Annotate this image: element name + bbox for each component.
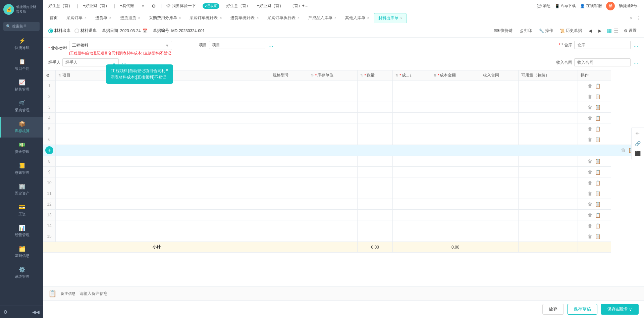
sidebar-item-base-info[interactable]: 🗂️ 基础信息: [0, 242, 43, 262]
cell-quantity[interactable]: [358, 210, 393, 220]
tab-purchase-expense[interactable]: 采购费用分摊单 ×: [145, 13, 185, 23]
delete-row-btn[interactable]: 🗑: [587, 201, 593, 208]
tab-close-material-outbound[interactable]: ×: [400, 16, 402, 20]
right-panel-link-icon[interactable]: 🔗: [633, 139, 642, 148]
cell-cost[interactable]: [393, 188, 431, 199]
copy-row-btn[interactable]: 📋: [594, 93, 601, 100]
tab-purchase-stats[interactable]: 采购订单统计表 ×: [185, 13, 226, 23]
save-new-btn[interactable]: 保存&新增 ∨: [601, 304, 639, 315]
cell-income-contract[interactable]: [480, 188, 518, 199]
cell-income-contract[interactable]: [480, 81, 518, 91]
delete-row-btn[interactable]: 🗑: [587, 93, 593, 100]
cell-unit[interactable]: [308, 199, 358, 210]
tab-close-other-inbound[interactable]: ×: [367, 16, 369, 20]
tab-close-product-inbound[interactable]: ×: [334, 16, 336, 20]
cell-cost-amount[interactable]: [431, 199, 480, 210]
cell-cost-amount[interactable]: [431, 81, 480, 91]
cell-cost[interactable]: [393, 113, 431, 123]
cost-info-icon[interactable]: ℹ: [410, 73, 412, 78]
cell-cost-amount[interactable]: [431, 220, 480, 231]
copy-row-btn[interactable]: 📋: [594, 158, 601, 165]
right-panel-edit-icon[interactable]: ✏: [633, 129, 642, 138]
delete-row-btn[interactable]: 🗑: [587, 125, 593, 132]
cell-available[interactable]: [518, 134, 578, 145]
sidebar-item-purchase[interactable]: 🛒 采购管理: [0, 96, 43, 117]
cell-unit[interactable]: [308, 156, 358, 167]
cell-quantity[interactable]: [358, 113, 393, 123]
sidebar-item-payroll[interactable]: 💳 工资: [0, 200, 43, 221]
topbar-good-biz2[interactable]: 好生意（首）: [224, 2, 252, 9]
cell-project[interactable]: [56, 177, 163, 188]
cell-material[interactable]: [163, 177, 270, 188]
cell-cost[interactable]: [393, 220, 431, 231]
cell-cost-amount[interactable]: [431, 231, 480, 242]
tab-close-purchase-order[interactable]: ×: [85, 16, 87, 20]
cell-material[interactable]: [163, 220, 270, 231]
copy-row-btn[interactable]: 📋: [594, 115, 601, 121]
cell-cost[interactable]: [393, 91, 431, 102]
cell-available[interactable]: [518, 231, 578, 242]
cell-income-contract[interactable]: [480, 220, 518, 231]
delete-row-btn[interactable]: 🗑: [587, 83, 593, 89]
cell-unit[interactable]: [308, 231, 358, 242]
cell-quantity[interactable]: [358, 220, 393, 231]
income-contract-input[interactable]: [574, 58, 631, 66]
topbar-agent[interactable]: +易代账: [118, 2, 136, 9]
cell-quantity[interactable]: [358, 156, 393, 167]
cell-income-contract[interactable]: [480, 156, 518, 167]
settings-form-btn[interactable]: ⚙ 设置: [622, 27, 639, 35]
cell-available[interactable]: [518, 199, 578, 210]
cell-project[interactable]: [56, 220, 163, 231]
tab-close-inbound-stats[interactable]: ×: [257, 16, 259, 20]
cell-income-contract[interactable]: [480, 123, 518, 134]
cell-material[interactable]: [163, 123, 270, 134]
cell-project[interactable]: [56, 156, 163, 167]
delete-row-btn[interactable]: 🗑: [587, 115, 593, 121]
sidebar-item-system[interactable]: ⚙️ 系统管理: [0, 262, 43, 283]
cell-spec[interactable]: [270, 177, 308, 188]
add-project-field[interactable]: [58, 148, 161, 153]
copy-row-btn[interactable]: 📋: [594, 125, 601, 132]
tab-inbound-return[interactable]: 进货退货 ×: [116, 13, 144, 23]
copy-row-btn[interactable]: 📋: [594, 179, 601, 186]
tab-close-inbound-order[interactable]: ×: [109, 16, 111, 20]
copy-row-btn[interactable]: 📋: [594, 136, 601, 143]
topbar-plus-finance2[interactable]: +好业财（首）: [255, 2, 285, 9]
sidebar-item-business[interactable]: 📊 经营管理: [0, 221, 43, 242]
cell-cost[interactable]: [393, 199, 431, 210]
topbar-settings-gear[interactable]: ⚙: [150, 3, 158, 9]
tab-product-inbound[interactable]: 产成品入库单 ×: [304, 13, 340, 23]
cell-unit[interactable]: [308, 220, 358, 231]
cell-material[interactable]: [163, 210, 270, 220]
notes-input[interactable]: [79, 291, 639, 296]
cell-spec[interactable]: [270, 91, 308, 102]
cell-spec[interactable]: [270, 113, 308, 123]
cell-cost-amount[interactable]: [431, 123, 480, 134]
tab-close-all-btn[interactable]: ×: [629, 15, 633, 21]
topbar-more-dropdown[interactable]: ▼: [139, 3, 147, 9]
cell-quantity[interactable]: [358, 188, 393, 199]
cell-material[interactable]: [163, 113, 270, 123]
cell-project[interactable]: [56, 188, 163, 199]
cell-available[interactable]: [518, 123, 578, 134]
cell-spec[interactable]: [270, 156, 308, 167]
cell-cost[interactable]: [393, 123, 431, 134]
delete-row-btn[interactable]: 🗑: [587, 136, 593, 143]
cell-cost[interactable]: [393, 167, 431, 177]
cell-material[interactable]: [163, 91, 270, 102]
cell-income-contract[interactable]: [480, 167, 518, 177]
cell-available[interactable]: [518, 81, 578, 91]
cell-cost[interactable]: [393, 210, 431, 220]
income-contract-dots-btn[interactable]: …: [633, 59, 639, 65]
cell-material[interactable]: [163, 156, 270, 167]
cell-unit[interactable]: [308, 81, 358, 91]
delete-row-btn[interactable]: 🗑: [587, 158, 593, 165]
cell-income-contract[interactable]: [480, 231, 518, 242]
operate-btn[interactable]: 🔧 操作: [537, 27, 555, 35]
cell-cost[interactable]: [393, 231, 431, 242]
tab-home[interactable]: 首页: [46, 13, 62, 23]
copy-row-btn[interactable]: 📋: [594, 190, 601, 197]
cell-unit[interactable]: [308, 188, 358, 199]
add-row-btn[interactable]: +: [45, 146, 53, 154]
cell-available[interactable]: [518, 102, 578, 113]
